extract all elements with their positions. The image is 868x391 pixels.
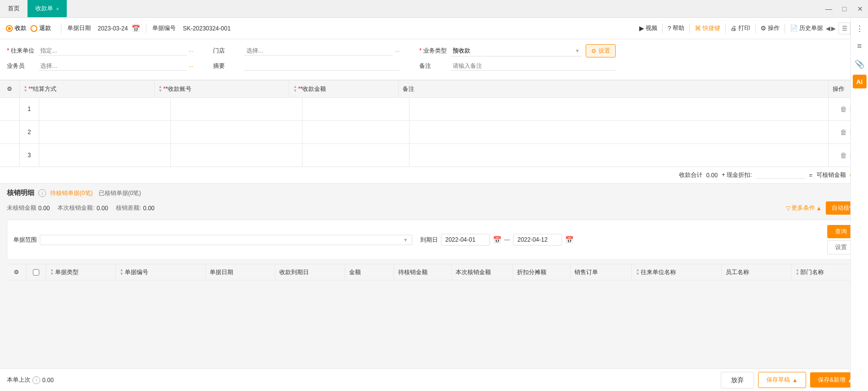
delete-icon-1[interactable]: 🗑	[840, 105, 847, 113]
summary-input[interactable]	[244, 61, 400, 71]
shop-dots[interactable]: ···	[395, 48, 400, 55]
footer-actions: 放弃 保存草稿 ▲ 保存&新增 ▲	[721, 372, 861, 389]
print-icon: 🖨	[731, 25, 737, 32]
ops-action[interactable]: ⚙ 操作	[760, 24, 780, 32]
delete-icon-3[interactable]: 🗑	[840, 151, 847, 159]
note-input[interactable]	[451, 61, 616, 71]
radio-receipt-dot	[6, 25, 13, 32]
bottom-table-header: ⚙ ▲▼ 单据类型 ▲▼ 单据编号 单据日期 收款到期日 金额 待核销金额 本次…	[7, 264, 861, 280]
nav-arrows: ◀ ▶	[826, 25, 836, 32]
td-settlement-1[interactable]	[39, 98, 171, 120]
th-settlement: ▲▼ **结算方式	[20, 81, 155, 97]
save-draft-button[interactable]: 保存草稿 ▲	[758, 372, 806, 388]
bth-pending: 待核销金额	[394, 264, 452, 280]
td-amount-1[interactable]	[302, 98, 409, 120]
video-action[interactable]: ▶ 视频	[639, 24, 657, 32]
discount-input[interactable]	[756, 171, 805, 179]
history-action[interactable]: 📄 历史单据	[790, 24, 823, 32]
close-button[interactable]: ✕	[852, 0, 868, 18]
th-account: ▲▼ **收款账号	[155, 81, 290, 97]
footer-info-icon[interactable]: i	[32, 376, 40, 384]
range-field: 单据范围 ▼	[13, 235, 412, 245]
td-amount-2[interactable]	[302, 121, 409, 143]
staff-dots[interactable]: ···	[189, 63, 193, 70]
prev-arrow[interactable]: ◀	[826, 25, 830, 32]
cal-to-icon[interactable]: 📅	[565, 236, 573, 244]
next-arrow[interactable]: ▶	[831, 25, 836, 32]
sidebar-table-icon[interactable]: ⋮	[853, 22, 867, 35]
bth-staff: 员工名称	[722, 264, 791, 280]
tab-close-icon[interactable]: ×	[56, 6, 59, 12]
maximize-button[interactable]: □	[837, 0, 852, 18]
th-remark: 备注	[399, 81, 829, 97]
partner-input[interactable]	[38, 46, 187, 56]
discount-label: + 现金折扣:	[722, 171, 752, 179]
select-all-checkbox[interactable]	[33, 269, 39, 276]
shortcut-action[interactable]: ⌘ 快捷键	[695, 24, 720, 32]
date-from-input[interactable]	[441, 234, 490, 246]
unchecked-value: 0.00	[38, 205, 50, 212]
partner-dots[interactable]: ···	[189, 48, 193, 55]
bth-settings[interactable]: ⚙	[7, 264, 27, 280]
td-account-1[interactable]	[171, 98, 302, 120]
td-settlement-2[interactable]	[39, 121, 171, 143]
doc-value: SK-20230324-001	[183, 25, 230, 32]
sidebar-attachment-icon[interactable]: 📎	[853, 57, 867, 71]
recon-info-icon[interactable]: i	[38, 189, 46, 197]
pending-tab[interactable]: 待核销单据(0笔)	[50, 189, 93, 197]
range-chevron-icon: ▼	[403, 237, 408, 243]
td-amount-3[interactable]	[302, 144, 409, 167]
minimize-button[interactable]: ―	[821, 0, 837, 18]
sidebar-ai-icon[interactable]: Ai	[853, 75, 867, 88]
tab-home[interactable]: 首页	[0, 0, 27, 17]
radio-receipt[interactable]: 收款	[6, 24, 27, 32]
staff-field: 业务员 ···	[7, 61, 193, 71]
help-action[interactable]: ? 帮助	[668, 24, 684, 32]
biz-type-select[interactable]: 预收款 ▼	[451, 46, 582, 56]
shop-input[interactable]	[244, 46, 393, 56]
cal-from-icon[interactable]: 📅	[493, 236, 501, 244]
sidebar-list-icon[interactable]: ≡	[853, 39, 867, 53]
tab-receipt[interactable]: 收款单 ×	[27, 0, 67, 17]
shortcut-icon: ⌘	[695, 25, 701, 32]
settings-button[interactable]: ⚙ 设置	[586, 44, 616, 57]
range-select[interactable]: ▼	[40, 235, 412, 245]
more-filter-link[interactable]: ▽ 更多条件 ▲	[786, 204, 822, 212]
td-remark-2[interactable]	[409, 121, 829, 143]
save-draft-chevron: ▲	[792, 377, 798, 384]
th-settings[interactable]: ⚙	[0, 81, 20, 97]
print-action[interactable]: 🖨 打印	[731, 24, 750, 32]
divider-2	[146, 24, 146, 33]
radio-receipt-label: 收款	[15, 24, 27, 32]
radio-refund[interactable]: 退款	[30, 24, 51, 32]
divider-5	[725, 24, 726, 33]
divider-4	[689, 24, 690, 33]
date-value: 2023-03-24	[98, 25, 128, 32]
calendar-icon[interactable]: 📅	[132, 25, 140, 32]
save-draft-label: 保存草稿	[766, 376, 790, 384]
abandon-button[interactable]: 放弃	[721, 372, 754, 389]
table-settings-icon: ⚙	[7, 85, 12, 92]
done-tab[interactable]: 已核销单据(0笔)	[99, 189, 141, 197]
date-to-input[interactable]	[513, 234, 562, 246]
summary-label: 摘要	[213, 62, 243, 70]
divider-3	[662, 24, 663, 33]
td-settings-2	[0, 121, 20, 143]
filter-icon: ▽	[786, 205, 790, 212]
td-account-3[interactable]	[171, 144, 302, 167]
bth-checkbox[interactable]	[27, 264, 46, 280]
summary-field: 摘要	[213, 61, 400, 71]
this-amount-value: 0.00	[97, 205, 108, 212]
td-remark-1[interactable]	[409, 98, 829, 120]
ops-label: 操作	[768, 24, 780, 32]
form-row-2: 业务员 ··· 摘要 备注	[7, 61, 861, 71]
td-remark-3[interactable]	[409, 144, 829, 167]
biz-type-chevron: ▼	[575, 48, 580, 54]
shop-label: 门店	[213, 47, 243, 55]
delete-icon-2[interactable]: 🗑	[840, 128, 847, 136]
td-account-2[interactable]	[171, 121, 302, 143]
staff-input[interactable]	[38, 61, 187, 71]
td-index-1: 1	[20, 98, 39, 120]
list-view-btn[interactable]: ☰	[839, 23, 850, 34]
td-settlement-3[interactable]	[39, 144, 171, 167]
